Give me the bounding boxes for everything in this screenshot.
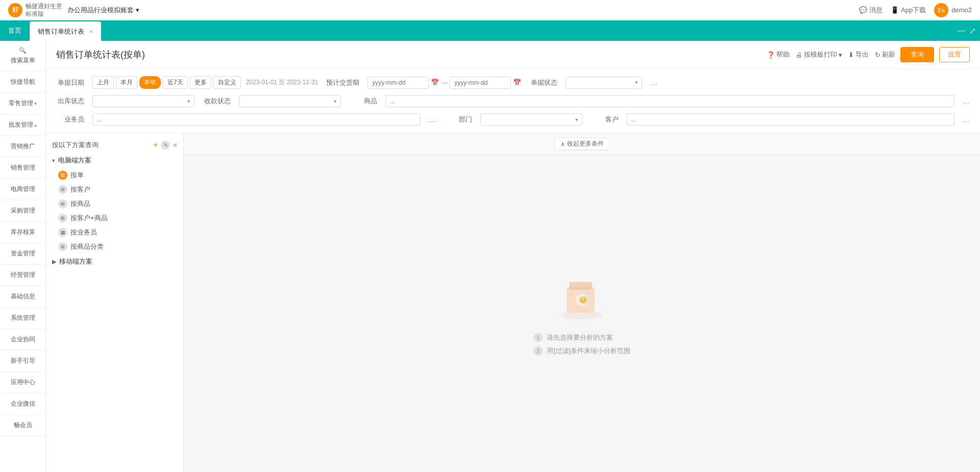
user-avatar: Ea xyxy=(934,3,948,17)
goods-more-dots[interactable]: … xyxy=(963,97,970,105)
sidebar-item-operations[interactable]: 经营管理 xyxy=(0,265,45,286)
sidebar-item-marketing[interactable]: 营销推广 xyxy=(0,136,45,157)
calendar-icon-1[interactable]: 📅 xyxy=(431,79,439,86)
left-panel-icons: + ✎ « xyxy=(153,140,177,150)
tree-section-pc[interactable]: ▾ 电脑端方案 xyxy=(46,153,183,168)
expected-date-input-group: 📅 — 📅 xyxy=(368,77,521,89)
date-btn-7days[interactable]: 近7天 xyxy=(163,76,188,89)
tree-item-by-order[interactable]: 按 按单 xyxy=(58,168,183,182)
sidebar-item-basic[interactable]: 基础信息 xyxy=(0,286,45,308)
tree-item-by-customer[interactable]: ⊞ 按客户 xyxy=(58,182,183,197)
sidebar-item-search[interactable]: 🔍 搜索菜单 xyxy=(0,41,45,72)
tab-close-icon[interactable]: × xyxy=(89,28,93,35)
tab-minimize-icon[interactable]: — xyxy=(957,26,965,35)
expected-date-to[interactable] xyxy=(450,77,511,89)
settings-button[interactable]: 设置 xyxy=(939,47,970,62)
collect-status-select[interactable] xyxy=(239,95,341,107)
left-panel: 按以下方案查询 + ✎ « ▾ 电脑端方案 按 按单 xyxy=(46,133,184,472)
sidebar-item-system[interactable]: 系统管理 xyxy=(0,308,45,329)
tab-current[interactable]: 销售订单统计表 × xyxy=(30,21,101,42)
sidebar-item-retail[interactable]: 零售管理 ▾ xyxy=(0,93,45,114)
sidebar-item-member[interactable]: 畅会员 xyxy=(0,415,45,436)
sidebar-item-enterprise[interactable]: 企业协同 xyxy=(0,329,45,350)
expected-date-from[interactable] xyxy=(368,77,429,89)
tree-item-by-salesperson[interactable]: ▦ 按业务员 xyxy=(58,225,183,240)
by-customer-icon: ⊞ xyxy=(58,185,67,194)
out-status-select[interactable] xyxy=(92,95,194,107)
edit-scheme-icon[interactable]: ✎ xyxy=(161,140,170,150)
sidebar-item-sales[interactable]: 销售管理 xyxy=(0,157,45,179)
tab-bar-actions: — ⤢ xyxy=(957,26,980,36)
export-button[interactable]: ⬇ 导出 xyxy=(848,50,869,59)
filter-row-2: 出库状态 收款状态 商品 … xyxy=(56,95,970,107)
date-range-display: 2023-01-01 至 2023-12-31 xyxy=(246,78,318,87)
goods-input[interactable] xyxy=(385,95,954,107)
tree-section-mobile[interactable]: ▶ 移动端方案 xyxy=(46,254,183,269)
salesperson-more-dots[interactable]: … xyxy=(429,115,436,124)
print-icon: 🖨 xyxy=(796,51,802,59)
svg-text:😊: 😊 xyxy=(579,296,588,304)
refresh-button[interactable]: ↻ 刷新 xyxy=(875,50,895,59)
date-buttons-group: 上月 本月 本年 近7天 更多 自定义 2023-01-01 至 2023-12… xyxy=(92,76,318,89)
collapse-button[interactable]: ∧ 收起更多条件 xyxy=(554,137,610,150)
customer-input[interactable] xyxy=(627,113,955,126)
customer-more-dots[interactable]: … xyxy=(963,115,970,124)
search-icon: 🔍 xyxy=(19,47,27,54)
calendar-icon-2[interactable]: 📅 xyxy=(513,79,521,86)
left-panel-header: 按以下方案查询 + ✎ « xyxy=(46,137,183,153)
status-more-dots[interactable]: … xyxy=(650,79,657,87)
collapse-panel-icon[interactable]: « xyxy=(173,140,177,150)
sidebar-item-finance[interactable]: 资金管理 xyxy=(0,243,45,265)
tab-home[interactable]: 首页 xyxy=(0,20,30,41)
left-panel-title: 按以下方案查询 xyxy=(52,140,99,150)
help-icon: ❓ xyxy=(767,51,775,59)
salesperson-input[interactable] xyxy=(92,113,421,126)
date-btn-more[interactable]: 更多 xyxy=(190,76,211,89)
tree-item-by-category[interactable]: ⊞ 按商品分类 xyxy=(58,240,183,254)
template-print-button[interactable]: 🖨 按模板打印 ▾ xyxy=(796,50,842,59)
logo-area: 好 畅捷通好生意 标准版 xyxy=(8,3,62,17)
add-scheme-icon[interactable]: + xyxy=(153,140,158,150)
user-area[interactable]: Ea demo2 xyxy=(934,3,972,17)
empty-tip-2: 2 用[过滤]条件来缩小分析范围 xyxy=(533,346,630,356)
chevron-down-icon: ▾ xyxy=(136,6,139,14)
query-button[interactable]: 查询 xyxy=(900,47,934,62)
right-content: ∧ 收起更多条件 😊 1 xyxy=(184,133,980,472)
sidebar-item-wechat[interactable]: 企业微信 xyxy=(0,393,45,415)
status-select[interactable] xyxy=(566,77,642,89)
by-goods-icon: ⊞ xyxy=(58,199,67,208)
date-btn-custom[interactable]: 自定义 xyxy=(213,76,241,89)
tab-maximize-icon[interactable]: ⤢ xyxy=(969,26,976,36)
chevron-icon: ▴ xyxy=(34,122,37,128)
sidebar-item-quicknav[interactable]: 快捷导航 xyxy=(0,72,45,93)
filter-row-1: 单据日期 上月 本月 本年 近7天 更多 自定义 2023-01-01 至 20… xyxy=(56,76,970,89)
status-label: 单据状态 xyxy=(529,78,557,87)
dept-select[interactable] xyxy=(480,113,582,126)
tree-item-by-customer-goods[interactable]: ⊞ 按客户+商品 xyxy=(58,211,183,225)
sidebar-item-appcenter[interactable]: 应用中心 xyxy=(0,372,45,393)
by-cg-icon: ⊞ xyxy=(58,214,67,223)
sidebar-item-inventory[interactable]: 库存核算 xyxy=(0,222,45,243)
dept-wrapper xyxy=(480,113,582,126)
sidebar-item-wholesale[interactable]: 批发管理 ▴ xyxy=(0,114,45,136)
sidebar-item-purchase[interactable]: 采购管理 xyxy=(0,200,45,222)
app-download-button[interactable]: 📱 App下载 xyxy=(891,6,926,15)
help-button[interactable]: ❓ 帮助 xyxy=(767,50,790,59)
date-btn-this-month[interactable]: 本月 xyxy=(116,76,137,89)
message-button[interactable]: 💬 消息 xyxy=(859,6,883,15)
tree-sub-pc: 按 按单 ⊞ 按客户 ⊞ 按商品 ⊞ 按客户+商品 xyxy=(46,168,183,254)
svg-rect-2 xyxy=(569,282,592,290)
date-btn-prev-month[interactable]: 上月 xyxy=(92,76,114,89)
page-header: 销售订单统计表(按单) ❓ 帮助 🖨 按模板打印 ▾ ⬇ 导出 xyxy=(46,41,980,69)
export-icon: ⬇ xyxy=(848,51,854,59)
sidebar-item-ecommerce[interactable]: 电商管理 xyxy=(0,179,45,200)
company-selector[interactable]: 办公用品行业模拟账套 ▾ xyxy=(67,6,139,15)
print-arrow-icon: ▾ xyxy=(839,51,842,59)
filter-section: 单据日期 上月 本月 本年 近7天 更多 自定义 2023-01-01 至 20… xyxy=(46,69,980,133)
collapse-bar[interactable]: ∧ 收起更多条件 xyxy=(184,133,980,155)
sidebar-item-newuser[interactable]: 新手引导 xyxy=(0,350,45,372)
tip-num-1: 1 xyxy=(533,333,543,342)
logo-icon: 好 xyxy=(8,3,22,17)
tree-item-by-goods[interactable]: ⊞ 按商品 xyxy=(58,197,183,211)
date-btn-this-year[interactable]: 本年 xyxy=(139,76,161,89)
